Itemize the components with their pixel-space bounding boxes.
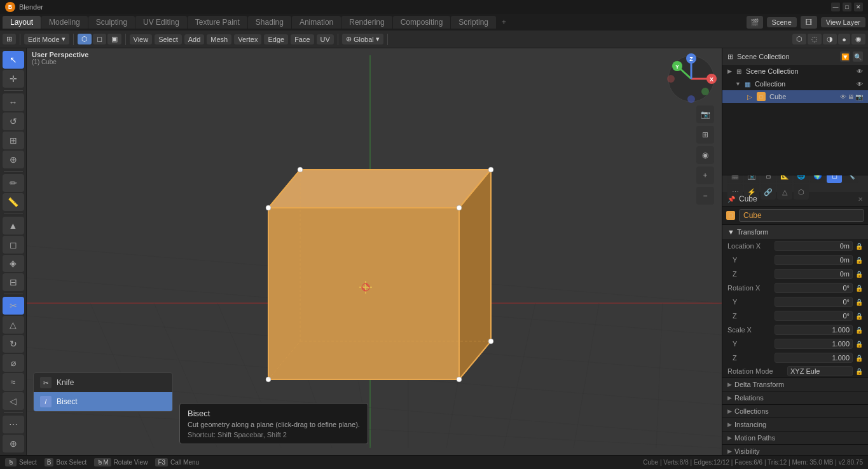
zoom-in-btn[interactable]: + — [696, 167, 714, 184]
material-tab[interactable]: ⬡ — [794, 184, 809, 200]
viewport-shading-4[interactable]: ◉ — [851, 34, 865, 44]
poly-build-tool[interactable]: △ — [3, 316, 24, 334]
vertex-select-mode[interactable]: ⬡ — [78, 34, 92, 44]
tab-layout[interactable]: Layout — [3, 16, 41, 29]
outliner-filter[interactable]: 🔽 — [840, 51, 850, 62]
overlay-button[interactable]: ⬡ — [792, 34, 806, 44]
cube-viewport[interactable]: 🖥 — [848, 93, 854, 100]
smooth-tool[interactable]: ⌀ — [3, 354, 24, 372]
tab-texture-paint[interactable]: Texture Paint — [188, 16, 247, 29]
collections-header[interactable]: ▶ Collections — [722, 405, 868, 418]
rotation-y-value[interactable]: 0° — [775, 297, 853, 307]
randomize-tool[interactable]: ≈ — [3, 373, 24, 391]
viewport-gizmo[interactable]: X Y Z — [666, 53, 717, 104]
scene-selector[interactable]: 🎬 — [747, 16, 763, 29]
local-view-btn[interactable]: ◉ — [696, 146, 714, 164]
rotation-mode-value[interactable]: XYZ Eule — [787, 366, 853, 376]
knife-tool-option[interactable]: ✂ Knife — [34, 373, 172, 392]
view-layer-name[interactable]: View Layer — [821, 17, 865, 27]
tab-rendering[interactable]: Rendering — [341, 16, 392, 29]
knife-bisect-tool[interactable]: ✂ — [3, 297, 24, 315]
measure-tool[interactable]: 📏 — [3, 193, 24, 211]
object-props-tab[interactable]: ◻ — [827, 175, 842, 183]
spin-tool[interactable]: ↻ — [3, 335, 24, 353]
rotation-x-value[interactable]: 0° — [775, 283, 853, 293]
scale-tool[interactable]: ⊞ — [3, 132, 24, 149]
close-button[interactable]: ✕ — [854, 3, 863, 11]
vertex-menu[interactable]: Vertex — [234, 34, 261, 44]
world-props-tab[interactable]: 🌍 — [810, 175, 825, 183]
collection-item[interactable]: ▼ ▦ Collection 👁 — [722, 78, 868, 90]
inset-tool[interactable]: ◻ — [3, 236, 24, 254]
outliner-search[interactable]: 🔍 — [853, 51, 863, 62]
tab-uv-editing[interactable]: UV Editing — [135, 16, 187, 29]
scale-x-value[interactable]: 1.000 — [775, 325, 853, 335]
add-tool[interactable]: ⊕ — [3, 435, 24, 452]
tab-modeling[interactable]: Modeling — [41, 16, 88, 29]
view-layer-icon[interactable]: 🎞 — [801, 16, 817, 29]
add-menu[interactable]: Add — [184, 34, 205, 44]
editor-type-button[interactable]: ⊞ — [3, 34, 16, 44]
location-x-value[interactable]: 0m — [775, 241, 853, 251]
minimize-button[interactable]: — — [831, 3, 840, 11]
scene-collection-item[interactable]: ▶ ⊞ Scene Collection 👁 — [722, 65, 868, 78]
constraints-tab[interactable]: 🔗 — [761, 184, 776, 200]
instancing-header[interactable]: ▶ Instancing — [722, 418, 868, 431]
transform-orientation[interactable]: ⊕ Global ▾ — [342, 34, 383, 44]
location-y-value[interactable]: 0m — [775, 255, 853, 265]
viewport-shading-1[interactable]: ◌ — [808, 34, 822, 44]
rotate-tool[interactable]: ↺ — [3, 112, 24, 130]
workspace-add-tab[interactable]: + — [497, 16, 511, 29]
scale-y-value[interactable]: 1.000 — [775, 339, 853, 349]
scene-props-tab[interactable]: 🎬 — [727, 175, 743, 183]
tab-shading[interactable]: Shading — [248, 16, 291, 29]
mesh-menu[interactable]: Mesh — [207, 34, 231, 44]
transform-section-header[interactable]: ▼ Transform — [722, 225, 868, 239]
object-name-input[interactable] — [739, 209, 864, 222]
viewport-shading-2[interactable]: ◑ — [823, 34, 837, 44]
annotate-tool[interactable]: ✏ — [3, 174, 24, 192]
bisect-tool-option[interactable]: / Bisect — [34, 392, 172, 411]
uv-menu[interactable]: UV — [317, 34, 334, 44]
perspective-btn[interactable]: ⊞ — [696, 126, 714, 144]
properties-more-icon[interactable]: ✕ — [858, 196, 863, 203]
bevel-tool[interactable]: ◈ — [3, 255, 24, 273]
blender-logo[interactable]: B — [5, 2, 15, 12]
transform-tool[interactable]: ⊕ — [3, 151, 24, 168]
scene-name[interactable]: Scene — [767, 17, 797, 27]
scale-z-value[interactable]: 1.000 — [775, 353, 853, 363]
camera-view-btn[interactable]: 📷 — [696, 105, 714, 123]
viewport[interactable]: User Perspective (1) Cube X Y Z — [27, 48, 722, 455]
viewport-shading-3[interactable]: ● — [838, 34, 850, 44]
select-tool[interactable]: ↖ — [3, 51, 24, 69]
visibility-header[interactable]: ▶ Visibility — [722, 445, 868, 455]
scene-collection-eye[interactable]: 👁 — [857, 68, 863, 75]
select-menu[interactable]: Select — [155, 34, 182, 44]
extrude-tool[interactable]: ▲ — [3, 217, 24, 234]
tab-scripting[interactable]: Scripting — [451, 16, 496, 29]
edge-menu[interactable]: Edge — [264, 34, 288, 44]
zoom-out-btn[interactable]: − — [696, 187, 714, 205]
tab-animation[interactable]: Animation — [292, 16, 341, 29]
title-bar-controls[interactable]: — □ ✕ — [831, 3, 863, 11]
scene-props-tab2[interactable]: 🌐 — [794, 175, 809, 183]
delta-transform-header[interactable]: ▶ Delta Transform — [722, 378, 868, 391]
loop-cut-tool[interactable]: ⊟ — [3, 273, 24, 291]
mode-select-button[interactable]: Edit Mode ▾ — [24, 34, 69, 44]
view-layer-props-tab[interactable]: 📐 — [777, 175, 792, 183]
cube-render[interactable]: 📷 — [855, 93, 863, 100]
tab-sculpting[interactable]: Sculpting — [88, 16, 135, 29]
edge-select-mode[interactable]: ◻ — [93, 34, 106, 44]
rip-tool[interactable]: ⋯ — [3, 416, 24, 433]
maximize-button[interactable]: □ — [843, 3, 851, 11]
view-menu[interactable]: View — [130, 34, 153, 44]
motion-paths-header[interactable]: ▶ Motion Paths — [722, 432, 868, 444]
modifier-props-tab[interactable]: 🔧 — [843, 175, 858, 183]
move-tool[interactable]: ↔ — [3, 93, 24, 111]
rotation-z-value[interactable]: 0° — [775, 311, 853, 321]
cursor-tool[interactable]: ✛ — [3, 70, 24, 88]
relations-header[interactable]: ▶ Relations — [722, 391, 868, 404]
face-select-mode[interactable]: ▣ — [107, 34, 121, 44]
data-tab[interactable]: △ — [777, 184, 792, 200]
face-menu[interactable]: Face — [291, 34, 313, 44]
